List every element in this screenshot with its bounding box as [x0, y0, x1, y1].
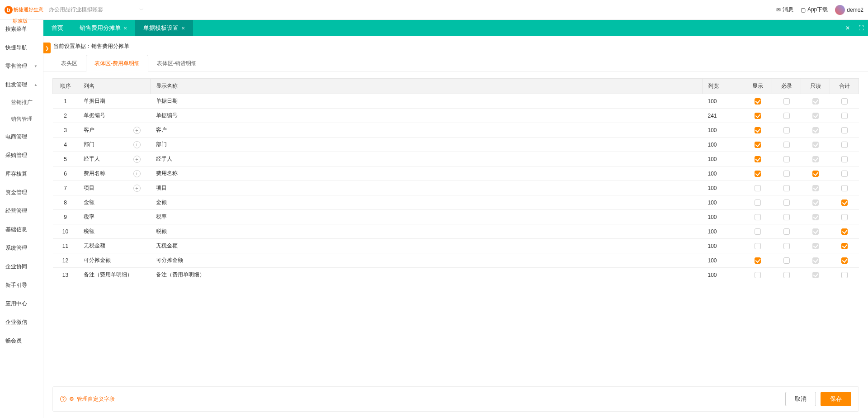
checkbox-show[interactable] — [755, 214, 761, 220]
checkbox-total[interactable] — [841, 228, 848, 235]
cell-width[interactable]: 100 — [703, 268, 743, 282]
checkbox-total[interactable] — [841, 214, 848, 220]
cell-display-name[interactable]: 无税金额 — [151, 239, 703, 253]
cell-display-name[interactable]: 税率 — [151, 210, 703, 224]
collapse-handle[interactable]: ❯ — [43, 43, 51, 53]
sidebar-sub-3-0[interactable]: 营销推广 — [0, 94, 43, 111]
checkbox-show[interactable] — [755, 98, 761, 104]
plus-icon[interactable]: + — [133, 156, 141, 163]
cell-width[interactable]: 100 — [703, 123, 743, 138]
checkbox-show[interactable] — [755, 272, 761, 278]
checkbox-total[interactable] — [841, 257, 848, 264]
checkbox-show[interactable] — [755, 127, 761, 133]
checkbox-show[interactable] — [755, 171, 761, 177]
checkbox-show[interactable] — [755, 142, 761, 148]
cell-width[interactable]: 241 — [703, 109, 743, 123]
tab-1[interactable]: 销售费用分摊单✕ — [71, 20, 135, 36]
sidebar-item-9[interactable]: 基础信息 — [0, 220, 43, 239]
checkbox-readonly[interactable] — [812, 171, 819, 177]
checkbox-show[interactable] — [755, 228, 761, 235]
plus-icon[interactable]: + — [133, 185, 141, 192]
checkbox-total[interactable] — [841, 185, 848, 191]
checkbox-total[interactable] — [841, 171, 848, 177]
checkbox-required[interactable] — [783, 171, 790, 177]
cell-display-name[interactable]: 单据编号 — [151, 109, 703, 123]
section-tab-2[interactable]: 表体区-销货明细 — [148, 55, 205, 72]
sidebar-item-7[interactable]: 资金管理 — [0, 183, 43, 202]
checkbox-total[interactable] — [841, 156, 848, 162]
checkbox-total[interactable] — [841, 98, 848, 104]
checkbox-required[interactable] — [783, 98, 790, 104]
cell-width[interactable]: 100 — [703, 94, 743, 109]
custom-fields-link[interactable]: ? ⚙ 管理自定义字段 — [60, 395, 115, 403]
checkbox-total[interactable] — [841, 200, 848, 206]
checkbox-total[interactable] — [841, 142, 848, 148]
checkbox-required[interactable] — [783, 185, 790, 191]
sidebar-item-6[interactable]: 库存核算 — [0, 165, 43, 183]
sidebar-item-2[interactable]: 零售管理▼ — [0, 57, 43, 76]
cell-display-name[interactable]: 税额 — [151, 224, 703, 239]
sidebar-item-13[interactable]: 应用中心 — [0, 294, 43, 313]
close-icon[interactable]: ✕ — [181, 26, 185, 31]
cell-display-name[interactable]: 费用名称 — [151, 166, 703, 181]
checkbox-required[interactable] — [783, 113, 790, 119]
section-tab-0[interactable]: 表头区 — [52, 55, 86, 72]
sidebar-item-3[interactable]: 批发管理▲ — [0, 76, 43, 94]
checkbox-show[interactable] — [755, 185, 761, 191]
sidebar-item-8[interactable]: 经营管理 — [0, 202, 43, 220]
sidebar-item-11[interactable]: 企业协同 — [0, 257, 43, 276]
checkbox-show[interactable] — [755, 200, 761, 206]
plus-icon[interactable]: + — [133, 127, 141, 134]
cell-display-name[interactable]: 可分摊金额 — [151, 253, 703, 268]
cell-width[interactable]: 100 — [703, 224, 743, 239]
checkbox-show[interactable] — [755, 257, 761, 264]
checkbox-required[interactable] — [783, 257, 790, 264]
checkbox-total[interactable] — [841, 243, 848, 249]
checkbox-total[interactable] — [841, 272, 848, 278]
sidebar-item-15[interactable]: 畅会员 — [0, 332, 43, 350]
save-button[interactable]: 保存 — [821, 392, 851, 406]
plus-icon[interactable]: + — [133, 170, 141, 177]
cell-display-name[interactable]: 项目 — [151, 181, 703, 195]
checkbox-total[interactable] — [841, 113, 848, 119]
user-menu[interactable]: demo2 — [835, 5, 863, 15]
checkbox-required[interactable] — [783, 228, 790, 235]
checkbox-required[interactable] — [783, 127, 790, 133]
cell-width[interactable]: 100 — [703, 239, 743, 253]
checkbox-required[interactable] — [783, 272, 790, 278]
plus-icon[interactable]: + — [133, 141, 141, 148]
sidebar-sub-3-1[interactable]: 销售管理 — [0, 111, 43, 128]
checkbox-required[interactable] — [783, 243, 790, 249]
cell-display-name[interactable]: 单据日期 — [151, 94, 703, 109]
checkbox-required[interactable] — [783, 156, 790, 162]
checkbox-required[interactable] — [783, 142, 790, 148]
section-tab-1[interactable]: 表体区-费用单明细 — [86, 55, 148, 72]
cell-width[interactable]: 100 — [703, 253, 743, 268]
checkbox-total[interactable] — [841, 127, 848, 133]
checkbox-show[interactable] — [755, 156, 761, 162]
logo[interactable]: b 畅捷通好生意 标准版 — [5, 6, 44, 14]
cell-display-name[interactable]: 经手人 — [151, 152, 703, 166]
cell-display-name[interactable]: 备注（费用单明细） — [151, 268, 703, 282]
cancel-button[interactable]: 取消 — [785, 392, 816, 406]
checkbox-show[interactable] — [755, 243, 761, 249]
checkbox-required[interactable] — [783, 200, 790, 206]
fullscreen-button[interactable]: ⛶ — [854, 20, 868, 36]
checkbox-required[interactable] — [783, 214, 790, 220]
checkbox-show[interactable] — [755, 113, 761, 119]
sidebar-item-5[interactable]: 采购管理 — [0, 146, 43, 165]
sidebar-item-14[interactable]: 企业微信 — [0, 313, 43, 332]
tab-0[interactable]: 首页 — [43, 20, 71, 36]
sidebar-item-12[interactable]: 新手引导 — [0, 276, 43, 294]
sidebar-item-10[interactable]: 系统管理 — [0, 239, 43, 257]
tenant-select[interactable]: 办公用品行业模拟账套 ﹀ — [49, 6, 144, 14]
cell-display-name[interactable]: 客户 — [151, 123, 703, 138]
sidebar-item-1[interactable]: 快捷导航 — [0, 38, 43, 57]
cell-width[interactable]: 100 — [703, 181, 743, 195]
messages-button[interactable]: ✉ 消息 — [776, 6, 793, 14]
cell-width[interactable]: 100 — [703, 138, 743, 152]
cell-width[interactable]: 100 — [703, 210, 743, 224]
cell-display-name[interactable]: 部门 — [151, 138, 703, 152]
close-all-tabs-button[interactable]: ✕ — [841, 20, 854, 36]
sidebar-item-4[interactable]: 电商管理 — [0, 128, 43, 146]
